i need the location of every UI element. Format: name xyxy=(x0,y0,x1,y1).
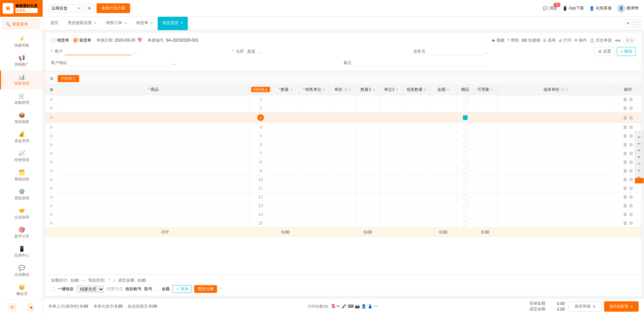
row-qty[interactable] xyxy=(272,140,299,149)
row-price[interactable] xyxy=(329,219,356,228)
row-amount[interactable] xyxy=(430,210,457,219)
row-cost-price[interactable] xyxy=(497,201,614,210)
delete-icon[interactable]: 🗑 xyxy=(623,160,627,165)
delete-icon[interactable]: 🗑 xyxy=(623,151,627,156)
delete-icon[interactable]: 🗑 xyxy=(623,212,627,217)
row-qty[interactable] xyxy=(272,95,299,104)
row-settings[interactable]: ⚙ xyxy=(46,167,58,175)
row-unit2[interactable] xyxy=(380,132,403,140)
row-unit2[interactable] xyxy=(380,167,403,175)
row-price[interactable] xyxy=(329,149,356,158)
row-price[interactable] xyxy=(329,210,356,219)
row-pack-qty[interactable] xyxy=(403,158,430,167)
copy-icon[interactable]: ⊞ xyxy=(629,168,633,173)
row-product[interactable] xyxy=(58,175,249,184)
row-available[interactable] xyxy=(474,95,497,104)
row-unit2[interactable] xyxy=(380,123,403,132)
row-qty2[interactable] xyxy=(356,219,380,228)
view-toggle[interactable]: ⊞ ⊟ xyxy=(624,37,636,44)
row-pack-qty[interactable] xyxy=(403,193,430,201)
row-amount[interactable] xyxy=(430,219,457,228)
row-gift[interactable] xyxy=(457,175,474,184)
row-cost-price[interactable] xyxy=(497,149,614,158)
row-sales-unit[interactable] xyxy=(299,175,329,184)
row-qty[interactable] xyxy=(272,149,299,158)
row-cost-price[interactable] xyxy=(497,184,614,193)
copy-icon[interactable]: ⊞ xyxy=(629,97,633,102)
row-sales-unit[interactable] xyxy=(299,184,329,193)
row-gift[interactable] xyxy=(457,113,474,123)
row-amount[interactable] xyxy=(430,104,457,113)
sidebar-item-inventory[interactable]: 📦 库存核算 xyxy=(0,109,43,128)
row-pack-qty[interactable] xyxy=(403,201,430,210)
row-qty[interactable] xyxy=(272,210,299,219)
row-pack-qty[interactable] xyxy=(403,175,430,184)
delete-icon[interactable]: 🗑 xyxy=(623,133,627,138)
operation-action[interactable]: ⚙ 操作 xyxy=(574,38,587,43)
row-product[interactable] xyxy=(58,104,249,113)
row-settings[interactable]: ⚙ xyxy=(46,140,58,149)
row-unit2[interactable] xyxy=(380,193,403,201)
gift-checkbox[interactable] xyxy=(463,169,468,173)
row-gift[interactable] xyxy=(457,210,474,219)
select-action[interactable]: ☰ 选单 xyxy=(543,38,556,43)
row-unit2[interactable] xyxy=(380,184,403,193)
row-gift[interactable] xyxy=(457,184,474,193)
row-pack-qty[interactable] xyxy=(403,104,430,113)
copy-icon[interactable]: ⊞ xyxy=(629,203,633,208)
gift-checkbox[interactable] xyxy=(463,151,468,156)
row-qty2[interactable] xyxy=(356,175,380,184)
row-product[interactable] xyxy=(58,201,249,210)
close-icon[interactable]: ✕ xyxy=(94,21,97,25)
row-qty[interactable] xyxy=(272,123,299,132)
row-available[interactable] xyxy=(474,158,497,167)
row-settings[interactable]: ⚙ xyxy=(46,149,58,158)
row-unit2[interactable] xyxy=(380,175,403,184)
row-qty2[interactable] xyxy=(356,140,380,149)
row-unit2[interactable] xyxy=(380,149,403,158)
row-price[interactable] xyxy=(329,140,356,149)
row-available[interactable] xyxy=(474,140,497,149)
row-price[interactable] xyxy=(329,175,356,184)
right-btn-product-info[interactable]: 商品信息 xyxy=(635,151,644,157)
row-pack-qty[interactable] xyxy=(403,95,430,104)
row-amount[interactable] xyxy=(430,167,457,175)
row-amount[interactable] xyxy=(430,132,457,140)
row-settings[interactable]: ⚙ xyxy=(46,184,58,193)
row-settings[interactable]: ⚙ xyxy=(46,95,58,104)
row-settings[interactable]: ⚙ xyxy=(46,104,58,113)
radio-return[interactable]: 退货单 xyxy=(73,38,91,43)
note-input[interactable] xyxy=(354,59,488,66)
delete-icon[interactable]: 🗑 xyxy=(623,115,627,120)
row-amount[interactable] xyxy=(430,193,457,201)
message-button[interactable]: 💬 消息 70 xyxy=(543,5,557,11)
row-sales-unit[interactable] xyxy=(299,193,329,201)
row-settings[interactable]: ⚙ xyxy=(46,219,58,228)
sidebar-item-sales[interactable]: 📊 销售管理 xyxy=(0,70,43,89)
discount-info-icon[interactable]: ? xyxy=(108,278,110,283)
customer-input[interactable] xyxy=(65,48,132,55)
row-settings[interactable]: ⚙ xyxy=(46,113,58,123)
row-unit2[interactable] xyxy=(380,113,403,123)
row-product[interactable] xyxy=(58,123,249,132)
row-qty2[interactable] xyxy=(356,210,380,219)
row-qty[interactable] xyxy=(272,167,299,175)
row-unit2[interactable] xyxy=(380,201,403,210)
app-download-link[interactable]: 📱 App下载 xyxy=(562,5,584,11)
row-qty2[interactable] xyxy=(356,158,380,167)
row-qty[interactable] xyxy=(272,132,299,140)
expand-button[interactable]: ⛶ xyxy=(633,19,641,27)
gift-checkbox[interactable] xyxy=(463,115,468,120)
row-gift[interactable] xyxy=(457,158,474,167)
more-tools-icon[interactable]: ⋯ xyxy=(374,304,378,309)
row-unit2[interactable] xyxy=(380,219,403,228)
row-sales-unit[interactable] xyxy=(299,113,329,123)
row-pack-qty[interactable] xyxy=(403,123,430,132)
sidebar-item-system[interactable]: ⚙️ 系统管理 xyxy=(0,185,43,204)
row-pack-qty[interactable] xyxy=(403,184,430,193)
help-action[interactable]: ? 帮助 xyxy=(507,38,519,43)
delete-icon[interactable]: 🗑 xyxy=(623,177,627,182)
row-available[interactable] xyxy=(474,149,497,158)
row-qty[interactable] xyxy=(272,113,299,123)
fee-split-button[interactable]: 费用分摊 xyxy=(194,285,217,293)
